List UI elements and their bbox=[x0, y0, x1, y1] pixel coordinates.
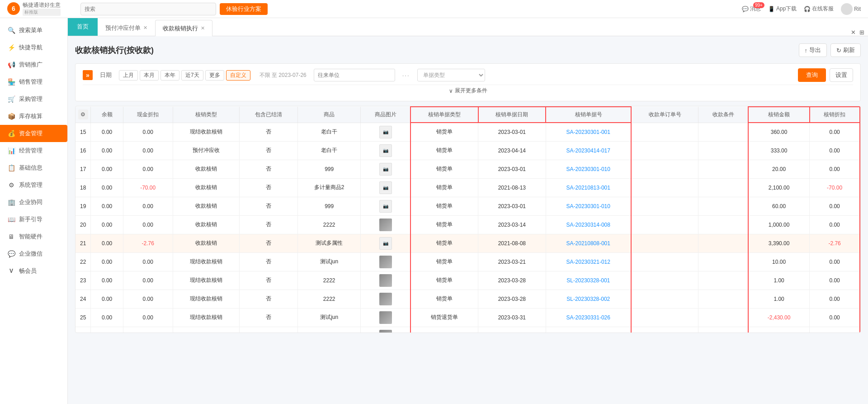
bill-no-link[interactable]: SA-20210808-001 bbox=[566, 240, 610, 247]
cancel-discount-cell: 0.00 bbox=[810, 327, 860, 333]
receipt-order-no-cell bbox=[631, 178, 698, 197]
bill-no-link[interactable]: SA-20230321-012 bbox=[566, 259, 610, 265]
sidebar-item-quick[interactable]: ⚡ 快捷导航 bbox=[0, 39, 67, 56]
export-btn[interactable]: ↑ 导出 bbox=[799, 43, 827, 57]
cancel-bill-date-cell: 2023-03-14 bbox=[478, 215, 546, 234]
discount-cell: 0.00 bbox=[123, 308, 173, 327]
sidebar-item-hardware[interactable]: 🖥 智能硬件 bbox=[0, 228, 67, 245]
date-btn-this-month[interactable]: 本月 bbox=[140, 70, 159, 81]
date-btn-custom[interactable]: 自定义 bbox=[226, 70, 250, 81]
date-btn-7days[interactable]: 近7天 bbox=[181, 70, 203, 81]
row-id: 19 bbox=[75, 197, 91, 215]
row-id: 20 bbox=[75, 215, 91, 234]
cancel-amount-cell: 60.00 bbox=[748, 197, 810, 215]
th-cancel-bill-date: 核销单据日期 bbox=[478, 107, 546, 123]
sidebar-item-search[interactable]: 🔍 搜索菜单 bbox=[0, 22, 67, 39]
tab-maximize-icon[interactable]: ⊞ bbox=[859, 29, 864, 36]
row-id: 23 bbox=[75, 271, 91, 290]
sidebar-item-guide[interactable]: 📖 新手引导 bbox=[0, 211, 67, 228]
filter-expand-btn[interactable]: » bbox=[83, 70, 93, 80]
sidebar-item-label: 企业微信 bbox=[19, 250, 42, 258]
cancel-amount-cell: 20.00 bbox=[748, 327, 810, 333]
sidebar-item-purchase[interactable]: 🛒 采购管理 bbox=[0, 90, 67, 108]
receipt-condition-cell bbox=[698, 160, 748, 178]
top-search-input[interactable] bbox=[80, 3, 216, 15]
tab-prepay[interactable]: 预付冲应付单 ✕ bbox=[98, 19, 155, 36]
sidebar-item-marketing[interactable]: 📢 营销推广 bbox=[0, 56, 67, 73]
notification-icon: 💬 bbox=[742, 6, 749, 12]
tab-close-icon[interactable]: ✕ bbox=[851, 29, 856, 36]
industry-plan-btn[interactable]: 休验行业方案 bbox=[220, 3, 268, 15]
bill-no-link[interactable]: SA-20210813-001 bbox=[566, 185, 610, 191]
bill-no-link[interactable]: SA-20230331-026 bbox=[566, 314, 610, 321]
sidebar-item-inventory[interactable]: 📦 库存核算 bbox=[0, 108, 67, 125]
base-icon: 📋 bbox=[7, 164, 15, 172]
table-row: 19 0.00 0.00 收款核销 否 999 📷 销货单 2023-03-01… bbox=[75, 197, 860, 215]
cancel-bill-no-cell: SA-20230301-010 bbox=[546, 160, 631, 178]
sidebar-item-finance[interactable]: 💰 资金管理 bbox=[0, 125, 67, 142]
bill-no-link[interactable]: SL-20230328-001 bbox=[566, 277, 610, 284]
balance-cell: 0.00 bbox=[91, 327, 123, 333]
bill-no-link[interactable]: SA-20230301-010 bbox=[566, 166, 610, 172]
cancel-type-cell: 现结收款核销 bbox=[173, 123, 240, 141]
cancel-bill-type-cell: 销货单 bbox=[410, 252, 478, 271]
table-row: 22 0.00 0.00 现结收款核销 否 测试jun 销货单 2023-03-… bbox=[75, 252, 860, 271]
online-service-btn[interactable]: 🎧 在线客服 bbox=[804, 5, 834, 13]
single-type-select[interactable]: 单据类型 bbox=[417, 69, 485, 81]
refresh-icon: ↻ bbox=[836, 47, 841, 54]
th-cancel-bill-type: 核销单据类型 bbox=[410, 107, 478, 123]
discount-cell: 0.00 bbox=[123, 160, 173, 178]
tab-prepay-close[interactable]: ✕ bbox=[143, 25, 147, 31]
logo-char: 6 bbox=[12, 5, 15, 12]
bill-no-link[interactable]: SA-20230301-010 bbox=[566, 203, 610, 209]
app-download-btn[interactable]: 📱 App下载 bbox=[768, 5, 797, 13]
product-img-cell bbox=[361, 308, 410, 327]
table-row: 17 0.00 0.00 收款核销 否 999 📷 销货单 2023-03-01… bbox=[75, 160, 860, 178]
tab-home[interactable]: 首页 bbox=[68, 18, 98, 36]
cancel-discount-cell: 0.00 bbox=[810, 160, 860, 178]
cancel-discount-cell: 0.00 bbox=[810, 271, 860, 290]
cancel-amount-cell: 360.00 bbox=[748, 123, 810, 141]
balance-cell: 0.00 bbox=[91, 197, 123, 215]
product-img-cell: 📷 bbox=[361, 197, 410, 215]
balance-cell: 0.00 bbox=[91, 234, 123, 252]
sidebar-item-system[interactable]: ⚙ 系统管理 bbox=[0, 176, 67, 194]
main-layout: 🔍 搜索菜单 ⚡ 快捷导航 📢 营销推广 🏪 销售管理 🛒 采购管理 📦 库存核… bbox=[0, 18, 868, 404]
guide-icon: 📖 bbox=[7, 215, 15, 223]
sidebar-item-enterprise[interactable]: 🏢 企业协同 bbox=[0, 194, 67, 211]
product-img-cell: 📷 bbox=[361, 178, 410, 197]
bill-no-link[interactable]: SA-20230314-008 bbox=[566, 222, 610, 228]
bill-no-link[interactable]: SL-20230328-002 bbox=[566, 296, 610, 302]
cancel-bill-date-cell: 2022-04-14 bbox=[478, 327, 546, 333]
refresh-btn[interactable]: ↻ 刷新 bbox=[830, 43, 861, 57]
balance-cell: 0.00 bbox=[91, 290, 123, 308]
date-btn-more[interactable]: 更多 bbox=[205, 70, 224, 81]
counterparty-input[interactable] bbox=[314, 69, 395, 81]
bill-no-link[interactable]: SA-20230414-017 bbox=[566, 147, 610, 154]
query-btn[interactable]: 查询 bbox=[798, 68, 826, 82]
row-id: 26 bbox=[75, 327, 91, 333]
tab-receipt[interactable]: 收款核销执行 ✕ bbox=[155, 20, 212, 36]
cancel-type-cell: 现结收款核销 bbox=[173, 271, 240, 290]
date-btn-last-month[interactable]: 上月 bbox=[119, 70, 138, 81]
table-scroll[interactable]: ⚙ 余额 现金折扣 核销类型 包含已结清 商品 商品图片 核销单据类型 核销单据… bbox=[75, 106, 860, 333]
notification-btn[interactable]: 💬 消息 99+ bbox=[742, 5, 761, 13]
sidebar-item-wechat[interactable]: 💬 企业微信 bbox=[0, 245, 67, 262]
product-cell: 老白干 bbox=[297, 123, 360, 141]
user-info[interactable]: Rit bbox=[841, 3, 861, 15]
discount-cell: 0.00 bbox=[123, 197, 173, 215]
expand-more-btn[interactable]: ∨ 展开更多条件 bbox=[83, 85, 853, 96]
sidebar-item-member[interactable]: V 畅会员 bbox=[0, 262, 67, 280]
bill-no-link[interactable]: SA-20230301-001 bbox=[566, 129, 610, 135]
sidebar-item-sales[interactable]: 🏪 销售管理 bbox=[0, 73, 67, 90]
cancel-amount-cell: 2,100.00 bbox=[748, 178, 810, 197]
date-btn-this-year[interactable]: 本年 bbox=[160, 70, 179, 81]
setting-btn[interactable]: 设置 bbox=[830, 68, 853, 82]
tab-prepay-label: 预付冲应付单 bbox=[105, 24, 141, 32]
logo-icon: 6 bbox=[7, 2, 20, 15]
receipt-order-no-cell bbox=[631, 197, 698, 215]
column-settings-btn[interactable]: ⚙ bbox=[78, 109, 88, 119]
sidebar-item-operations[interactable]: 📊 经营管理 bbox=[0, 142, 67, 159]
sidebar-item-base[interactable]: 📋 基础信息 bbox=[0, 159, 67, 176]
tab-receipt-close[interactable]: ✕ bbox=[201, 25, 205, 31]
